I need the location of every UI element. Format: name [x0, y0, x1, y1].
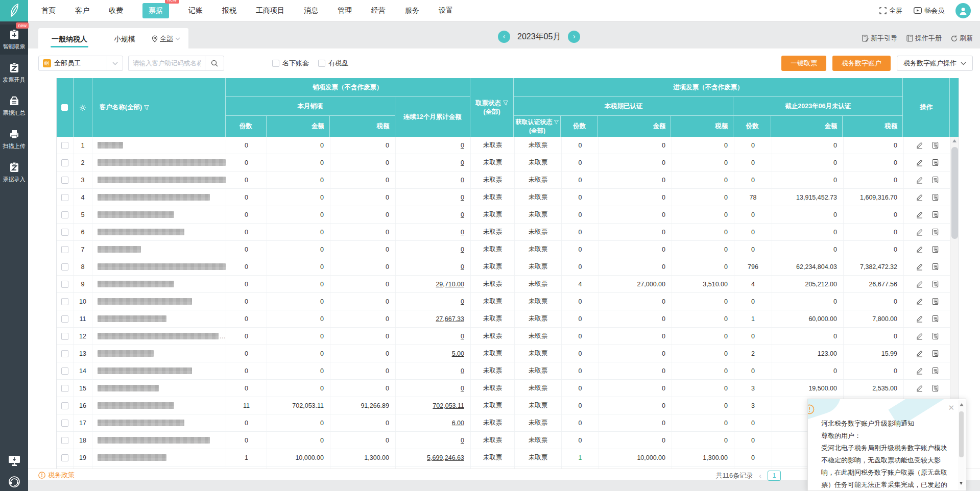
nav-item-4[interactable]: 记账	[188, 6, 203, 15]
column-settings-gear[interactable]	[74, 78, 92, 137]
nav-item-8[interactable]: 管理	[338, 6, 352, 15]
search-button[interactable]	[205, 56, 224, 71]
nav-item-3[interactable]: 票据new	[142, 3, 169, 18]
cumulative-amount-link[interactable]: 0	[461, 367, 464, 375]
tax-digital-account-ops-dropdown[interactable]: 税务数字账户操作	[897, 56, 973, 71]
view-detail-icon[interactable]	[931, 245, 939, 253]
edit-icon[interactable]	[916, 193, 923, 201]
edit-icon[interactable]	[916, 332, 923, 340]
sidebar-item-2[interactable]: 票据汇总	[0, 91, 28, 121]
view-detail-icon[interactable]	[931, 141, 939, 149]
edit-icon[interactable]	[916, 176, 923, 184]
view-button[interactable]	[931, 159, 939, 166]
cumulative-amount-link[interactable]: 0	[461, 246, 464, 253]
customer-name-redacted[interactable]	[92, 276, 226, 292]
employee-select[interactable]: 组 全部员工	[38, 56, 123, 71]
edit-icon[interactable]	[916, 141, 923, 149]
edit-icon[interactable]	[916, 280, 923, 288]
row-checkbox[interactable]	[61, 367, 68, 375]
row-checkbox[interactable]	[61, 142, 68, 149]
row-checkbox[interactable]	[61, 333, 68, 340]
view-detail-icon[interactable]	[931, 211, 939, 218]
nav-item-9[interactable]: 经营	[371, 6, 386, 15]
nav-item-10[interactable]: 服务	[405, 6, 419, 15]
view-button[interactable]	[931, 211, 939, 218]
row-checkbox[interactable]	[61, 454, 68, 461]
view-detail-icon[interactable]	[931, 384, 939, 392]
customer-service-icon[interactable]	[8, 476, 20, 488]
cumulative-amount-link[interactable]: 0	[461, 229, 464, 236]
cumulative-amount-link[interactable]: 0	[461, 159, 464, 166]
edit-button[interactable]	[916, 159, 923, 166]
edit-icon[interactable]	[916, 315, 923, 323]
refresh-button[interactable]: 刷新	[951, 34, 973, 43]
view-button[interactable]	[931, 350, 939, 357]
edit-button[interactable]	[916, 367, 923, 375]
view-detail-icon[interactable]	[931, 280, 939, 288]
header-customer-name[interactable]: 客户名称(全部)	[92, 78, 226, 137]
page-prev-button[interactable]: ‹	[759, 472, 761, 480]
view-button[interactable]	[931, 193, 939, 201]
cumulative-amount-link[interactable]: 29,710.00	[436, 281, 464, 288]
client-download-icon[interactable]	[8, 455, 20, 467]
nav-item-11[interactable]: 设置	[439, 6, 453, 15]
customer-name-redacted[interactable]	[92, 362, 226, 379]
customer-name-redacted[interactable]	[92, 189, 226, 206]
edit-button[interactable]	[916, 315, 923, 323]
cumulative-amount-link[interactable]: 0	[461, 177, 464, 184]
view-button[interactable]	[931, 141, 939, 149]
next-month-button[interactable]: ›	[568, 31, 580, 43]
cumulative-amount-link[interactable]: 0	[461, 194, 464, 201]
manual-link[interactable]: 操作手册	[906, 34, 942, 43]
view-detail-icon[interactable]	[931, 263, 939, 271]
fullscreen-button[interactable]: 全屏	[879, 6, 902, 15]
edit-icon[interactable]	[916, 367, 923, 375]
customer-name-redacted[interactable]	[92, 380, 226, 397]
customer-name-redacted[interactable]	[92, 206, 226, 223]
sidebar-item-3[interactable]: 扫描上传	[0, 124, 28, 154]
scroll-up-arrow[interactable]	[952, 139, 957, 142]
view-button[interactable]	[931, 245, 939, 253]
edit-button[interactable]	[916, 263, 923, 271]
view-button[interactable]	[931, 228, 939, 236]
customer-name-redacted[interactable]	[92, 310, 226, 327]
customer-name-redacted[interactable]	[92, 414, 226, 431]
customer-name-redacted[interactable]: …	[92, 328, 226, 345]
cumulative-amount-link[interactable]: 0	[461, 263, 464, 271]
edit-button[interactable]	[916, 332, 923, 340]
prev-month-button[interactable]: ‹	[498, 31, 510, 43]
row-checkbox[interactable]	[61, 420, 68, 427]
cumulative-amount-link[interactable]: 0	[461, 437, 464, 444]
row-checkbox[interactable]	[61, 229, 68, 236]
edit-icon[interactable]	[916, 298, 923, 305]
cumulative-amount-link[interactable]: 0	[461, 385, 464, 392]
row-checkbox[interactable]	[61, 246, 68, 253]
edit-button[interactable]	[916, 141, 923, 149]
view-button[interactable]	[931, 384, 939, 392]
customer-name-redacted[interactable]	[92, 397, 226, 414]
customer-name-redacted[interactable]	[92, 171, 226, 188]
avatar[interactable]	[955, 3, 971, 18]
view-detail-icon[interactable]	[931, 159, 939, 166]
row-checkbox[interactable]	[61, 211, 68, 218]
row-checkbox[interactable]	[61, 281, 68, 288]
scroll-thumb[interactable]	[951, 147, 958, 239]
row-checkbox[interactable]	[61, 298, 68, 305]
sidebar-item-4[interactable]: 票据录入	[0, 157, 28, 187]
row-checkbox[interactable]	[61, 263, 68, 271]
tax-digital-account-button[interactable]: 税务数字账户	[832, 56, 891, 71]
view-detail-icon[interactable]	[931, 350, 939, 357]
customer-name-redacted[interactable]	[92, 432, 226, 449]
edit-icon[interactable]	[916, 228, 923, 236]
nav-item-6[interactable]: 工商项目	[256, 6, 284, 15]
view-button[interactable]	[931, 263, 939, 271]
cumulative-amount-link[interactable]: 0	[461, 142, 464, 149]
row-checkbox[interactable]	[61, 194, 68, 201]
scroll-up-arrow[interactable]	[960, 403, 964, 406]
tab-small-scale[interactable]: 小规模	[101, 29, 149, 48]
filter-funnel-icon[interactable]	[503, 101, 508, 106]
checkbox-has-tax-disk[interactable]: 有税盘	[318, 59, 348, 68]
view-detail-icon[interactable]	[931, 298, 939, 305]
edit-icon[interactable]	[916, 245, 923, 253]
view-detail-icon[interactable]	[931, 332, 939, 340]
